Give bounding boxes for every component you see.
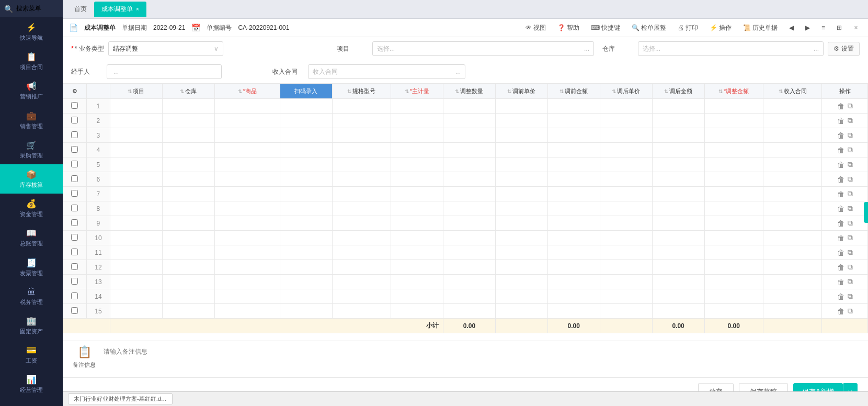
- delete-row-icon[interactable]: 🗑: [837, 278, 844, 286]
- delete-row-icon[interactable]: 🗑: [837, 292, 844, 301]
- col-project-header[interactable]: ⇅项目: [110, 84, 162, 99]
- row-project-cell[interactable]: [110, 201, 162, 216]
- row-spec-cell[interactable]: [332, 201, 391, 216]
- col-settings-header[interactable]: ⚙: [63, 84, 87, 99]
- row-checkbox[interactable]: [71, 249, 78, 255]
- row-project-cell[interactable]: [110, 304, 162, 319]
- row-checkbox-cell[interactable]: [63, 231, 87, 245]
- row-qty-cell[interactable]: [443, 128, 495, 143]
- row-checkbox-cell[interactable]: [63, 216, 87, 231]
- row-goods-cell[interactable]: [214, 114, 280, 128]
- row-unit-cell[interactable]: [391, 260, 443, 275]
- row-scan-cell[interactable]: [280, 275, 332, 289]
- sidebar-item-invoice-mgmt[interactable]: 🧾 发票管理: [0, 253, 63, 282]
- row-after-price-cell[interactable]: [600, 128, 652, 143]
- row-unit-cell[interactable]: [391, 99, 443, 114]
- row-adjust-amount-cell[interactable]: [704, 114, 763, 128]
- copy-row-icon[interactable]: ⧉: [848, 219, 853, 228]
- delete-row-icon[interactable]: 🗑: [837, 249, 844, 257]
- row-after-price-cell[interactable]: [600, 260, 652, 275]
- row-scan-cell[interactable]: [280, 231, 332, 245]
- row-spec-cell[interactable]: [332, 275, 391, 289]
- row-warehouse-cell[interactable]: [162, 216, 214, 231]
- row-unit-cell[interactable]: [391, 245, 443, 260]
- row-spec-cell[interactable]: [332, 260, 391, 275]
- row-after-price-cell[interactable]: [600, 201, 652, 216]
- row-warehouse-cell[interactable]: [162, 201, 214, 216]
- row-qty-cell[interactable]: [443, 114, 495, 128]
- row-checkbox[interactable]: [71, 190, 78, 197]
- view-button[interactable]: 👁 视图: [522, 22, 549, 33]
- sidebar-item-inventory-calc[interactable]: 📦 库存核算: [0, 164, 63, 194]
- row-warehouse-cell[interactable]: [162, 187, 214, 201]
- sidebar-item-sales-promo[interactable]: 📢 营销推广: [0, 76, 63, 105]
- row-adjust-amount-cell[interactable]: [704, 128, 763, 143]
- row-before-amount-cell[interactable]: [547, 216, 600, 231]
- row-after-amount-cell[interactable]: [652, 172, 704, 187]
- delete-row-icon[interactable]: 🗑: [837, 146, 844, 154]
- row-qty-cell[interactable]: [443, 260, 495, 275]
- row-adjust-amount-cell[interactable]: [704, 187, 763, 201]
- row-checkbox[interactable]: [71, 278, 78, 285]
- row-scan-cell[interactable]: [280, 289, 332, 304]
- delete-row-icon[interactable]: 🗑: [837, 219, 844, 228]
- warehouse-input[interactable]: 选择... ...: [638, 41, 824, 56]
- row-adjust-amount-cell[interactable]: [704, 99, 763, 114]
- row-spec-cell[interactable]: [332, 216, 391, 231]
- row-scan-cell[interactable]: [280, 157, 332, 172]
- row-project-cell[interactable]: [110, 172, 162, 187]
- col-spec-header[interactable]: ⇅规格型号: [332, 84, 391, 99]
- row-warehouse-cell[interactable]: [162, 157, 214, 172]
- row-after-price-cell[interactable]: [600, 289, 652, 304]
- row-checkbox[interactable]: [71, 161, 78, 167]
- row-warehouse-cell[interactable]: [162, 172, 214, 187]
- row-adjust-amount-cell[interactable]: [704, 304, 763, 319]
- row-goods-cell[interactable]: [214, 245, 280, 260]
- row-checkbox-cell[interactable]: [63, 245, 87, 260]
- row-income-cell[interactable]: [763, 245, 821, 260]
- row-after-amount-cell[interactable]: [652, 245, 704, 260]
- handler-input[interactable]: ...: [107, 64, 222, 79]
- copy-row-icon[interactable]: ⧉: [848, 189, 853, 198]
- row-after-price-cell[interactable]: [600, 187, 652, 201]
- row-goods-cell[interactable]: [214, 157, 280, 172]
- copy-row-icon[interactable]: ⧉: [848, 145, 853, 154]
- row-unit-cell[interactable]: [391, 143, 443, 157]
- grid-view-button[interactable]: ⊞: [833, 23, 845, 32]
- row-before-price-cell[interactable]: [495, 216, 547, 231]
- row-income-cell[interactable]: [763, 216, 821, 231]
- row-after-price-cell[interactable]: [600, 216, 652, 231]
- col-scan-header[interactable]: 扫码录入: [280, 84, 332, 99]
- row-spec-cell[interactable]: [332, 187, 391, 201]
- col-qty-header[interactable]: ⇅调整数量: [443, 84, 495, 99]
- row-before-price-cell[interactable]: [495, 114, 547, 128]
- row-checkbox-cell[interactable]: [63, 128, 87, 143]
- row-warehouse-cell[interactable]: [162, 114, 214, 128]
- sidebar-item-base-info[interactable]: 🗂 基础信息: [0, 399, 63, 406]
- row-unit-cell[interactable]: [391, 187, 443, 201]
- business-type-input[interactable]: 结存调整 ∨: [108, 41, 223, 56]
- row-project-cell[interactable]: [110, 245, 162, 260]
- row-unit-cell[interactable]: [391, 275, 443, 289]
- row-income-cell[interactable]: [763, 201, 821, 216]
- tab-home[interactable]: 首页: [67, 2, 94, 17]
- row-after-price-cell[interactable]: [600, 231, 652, 245]
- copy-row-icon[interactable]: ⧉: [848, 175, 853, 184]
- row-adjust-amount-cell[interactable]: [704, 157, 763, 172]
- settings-button[interactable]: ⚙ 设置: [828, 42, 860, 56]
- row-before-amount-cell[interactable]: [547, 187, 600, 201]
- sidebar-item-ledger-mgmt[interactable]: 📖 总账管理: [0, 223, 63, 252]
- notes-input[interactable]: [104, 345, 860, 369]
- row-scan-cell[interactable]: [280, 143, 332, 157]
- row-project-cell[interactable]: [110, 216, 162, 231]
- row-unit-cell[interactable]: [391, 304, 443, 319]
- row-income-cell[interactable]: [763, 157, 821, 172]
- row-income-cell[interactable]: [763, 99, 821, 114]
- row-after-amount-cell[interactable]: [652, 216, 704, 231]
- copy-row-icon[interactable]: ⧉: [848, 277, 853, 286]
- sidebar-item-tax-mgmt[interactable]: 🏛 税务管理: [0, 282, 63, 311]
- row-checkbox-cell[interactable]: [63, 187, 87, 201]
- row-scan-cell[interactable]: [280, 99, 332, 114]
- row-qty-cell[interactable]: [443, 201, 495, 216]
- sidebar-item-project-contract[interactable]: 📋 项目合同: [0, 47, 63, 76]
